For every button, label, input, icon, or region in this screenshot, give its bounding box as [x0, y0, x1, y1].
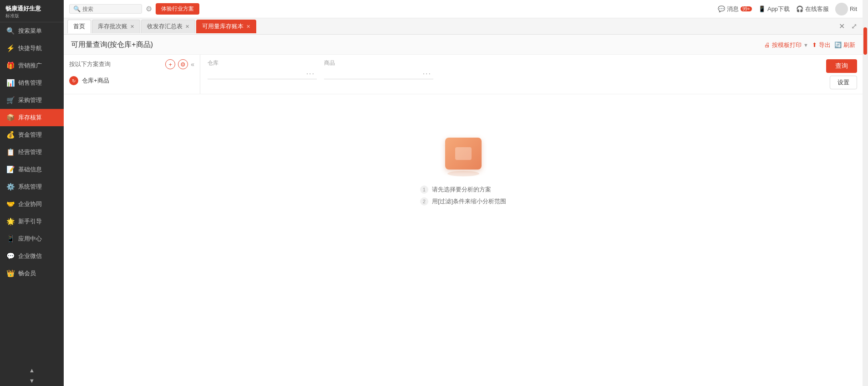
empty-box-face	[455, 147, 472, 160]
industry-btn[interactable]: 体验行业方案	[156, 3, 199, 15]
page-header: 可用量查询(按仓库+商品) 🖨 按模板打印 ▼ ⬆ 导出 🔄	[64, 35, 863, 55]
sales-icon: 📊	[6, 79, 15, 87]
sidebar-item-system[interactable]: ⚙️系统管理	[0, 178, 64, 196]
tab-close-receipt-summary[interactable]: ✕	[185, 24, 189, 30]
sidebar-scroll-down[interactable]: ▼	[0, 376, 64, 386]
empty-hint-2: 2 用[过滤]条件来缩小分析范围	[420, 197, 506, 206]
tab-close-batch-ledger[interactable]: ✕	[130, 24, 134, 30]
scheme-warehouse-goods-item[interactable]: ↻ 仓库+商品	[64, 73, 200, 88]
goods-dots[interactable]: ···	[423, 70, 431, 78]
app-logo: 畅康通好生意 标准版	[0, 0, 64, 22]
tab-home[interactable]: 首页	[67, 20, 91, 33]
app-center-icon: 📱	[6, 235, 15, 243]
marketing-icon: 🎁	[6, 62, 15, 70]
export-btn[interactable]: ⬆ 导出	[812, 41, 831, 49]
page-header-actions: 🖨 按模板打印 ▼ ⬆ 导出 🔄 刷新	[764, 41, 855, 49]
finance-icon: 💰	[6, 131, 15, 139]
system-icon: ⚙️	[6, 183, 15, 191]
message-btn[interactable]: 💬 消息 99+	[718, 5, 752, 13]
sidebar-item-label: 资金管理	[18, 131, 42, 139]
tab-label-available-ledger: 可用量库存账本	[202, 22, 244, 31]
main-area: 🔍 ⚙ 体验行业方案 💬 消息 99+ 📱 App下载 🎧 在线客服	[64, 0, 863, 386]
sidebar-item-label: 企业协同	[18, 200, 42, 208]
sidebar-item-inventory[interactable]: 📦库存核算	[0, 109, 64, 126]
maximize-window-btn[interactable]: ⤢	[849, 21, 859, 31]
sidebar-item-finance[interactable]: 💰资金管理	[0, 126, 64, 144]
search-input[interactable]	[82, 6, 137, 12]
sidebar-item-label: 系统管理	[18, 183, 42, 191]
print-chevron-icon: ▼	[803, 42, 808, 48]
hint-text-2: 用[过滤]条件来缩小分析范围	[432, 197, 506, 206]
customer-service-btn[interactable]: 🎧 在线客服	[796, 5, 829, 13]
sidebar-item-label: 畅会员	[18, 269, 36, 278]
purchase-icon: 🛒	[6, 96, 15, 104]
app-download-label: App下载	[767, 5, 790, 13]
search-icon: 🔍	[73, 5, 81, 12]
sidebar-item-app-center[interactable]: 📱应用中心	[0, 230, 64, 247]
goods-filter-group: 商品 ···	[324, 59, 433, 79]
settings-btn[interactable]: 设置	[830, 76, 857, 89]
warehouse-filter-group: 仓库 ···	[208, 59, 317, 79]
query-buttons: 查询 设置	[821, 55, 863, 94]
print-btn[interactable]: 🖨 按模板打印 ▼	[764, 41, 808, 49]
scheme-add-btn[interactable]: +	[165, 59, 175, 69]
sidebar-item-marketing[interactable]: 🎁营销推广	[0, 57, 64, 74]
tab-available-ledger[interactable]: 可用量库存账本✕	[196, 20, 256, 33]
tabbar: 首页库存批次账✕收发存汇总表✕可用量库存账本✕ ✕ ⤢	[64, 18, 863, 35]
gear-icon[interactable]: ⚙	[146, 5, 152, 13]
tab-label-receipt-summary: 收发存汇总表	[147, 22, 183, 31]
refresh-btn[interactable]: 🔄 刷新	[834, 41, 855, 49]
app-download-btn[interactable]: 📱 App下载	[758, 5, 790, 13]
sidebar-item-basic-info[interactable]: 📝基础信息	[0, 161, 64, 178]
tabbar-end: ✕ ⤢	[837, 21, 859, 31]
scheme-item-icon: ↻	[69, 76, 78, 85]
tab-batch-ledger[interactable]: 库存批次账✕	[92, 20, 140, 33]
sidebar-item-sales[interactable]: 📊销售管理	[0, 74, 64, 92]
username-label: Rit	[850, 5, 857, 12]
sidebar: 畅康通好生意 标准版 🔍搜索菜单⚡快捷导航🎁营销推广📊销售管理🛒采购管理📦库存核…	[0, 0, 64, 386]
sidebar-item-label: 采购管理	[18, 96, 42, 104]
goods-input[interactable]	[326, 71, 421, 77]
page-title: 可用量查询(按仓库+商品)	[71, 40, 153, 50]
sidebar-item-label: 经营管理	[18, 148, 42, 156]
tab-label-home: 首页	[73, 22, 85, 31]
sidebar-item-enterprise[interactable]: 🤝企业协同	[0, 196, 64, 213]
scheme-panel-header: 按以下方案查询 + ⚙ «	[64, 59, 200, 73]
sidebar-item-search[interactable]: 🔍搜索菜单	[0, 22, 64, 40]
search-icon: 🔍	[6, 27, 15, 35]
headset-icon: 🎧	[796, 5, 803, 12]
export-icon: ⬆	[812, 41, 817, 48]
refresh-label: 刷新	[843, 41, 855, 49]
tab-receipt-summary[interactable]: 收发存汇总表✕	[141, 20, 195, 33]
right-scrollbar[interactable]	[863, 0, 868, 386]
user-area[interactable]: Rit	[835, 3, 857, 15]
sidebar-item-member[interactable]: 👑畅会员	[0, 265, 64, 282]
tab-close-available-ledger[interactable]: ✕	[246, 24, 250, 30]
hint-num-2: 2	[420, 197, 428, 206]
hint-num-1: 1	[420, 185, 428, 194]
close-window-btn[interactable]: ✕	[837, 21, 847, 31]
sidebar-scroll-up[interactable]: ▲	[0, 365, 64, 376]
empty-hint-1: 1 请先选择要分析的方案	[420, 185, 506, 194]
basic-info-icon: 📝	[6, 165, 15, 174]
warehouse-filter-input[interactable]: ···	[208, 69, 317, 79]
quick-nav-icon: ⚡	[6, 44, 15, 52]
sidebar-item-quick-nav[interactable]: ⚡快捷导航	[0, 40, 64, 57]
print-label: 按模板打印	[772, 41, 802, 49]
scheme-settings-btn[interactable]: ⚙	[178, 59, 188, 69]
warehouse-input[interactable]	[209, 71, 305, 77]
warehouse-dots[interactable]: ···	[306, 70, 315, 78]
sidebar-item-operations[interactable]: 📋经营管理	[0, 144, 64, 161]
print-icon: 🖨	[764, 41, 770, 48]
empty-state: 1 请先选择要分析的方案 2 用[过滤]条件来缩小分析范围	[64, 94, 863, 242]
sidebar-item-wechat[interactable]: 💬企业微信	[0, 247, 64, 265]
empty-shadow	[447, 171, 479, 176]
sidebar-item-guide[interactable]: 🌟新手引导	[0, 213, 64, 230]
scheme-collapse-btn[interactable]: «	[191, 61, 194, 68]
query-btn[interactable]: 查询	[826, 59, 857, 73]
scheme-gear-icon: ⚙	[180, 61, 186, 68]
goods-filter-input[interactable]: ···	[324, 69, 433, 79]
warehouse-filter-label: 仓库	[208, 59, 317, 67]
sidebar-item-purchase[interactable]: 🛒采购管理	[0, 92, 64, 109]
topbar-search-box[interactable]: 🔍	[69, 4, 142, 14]
